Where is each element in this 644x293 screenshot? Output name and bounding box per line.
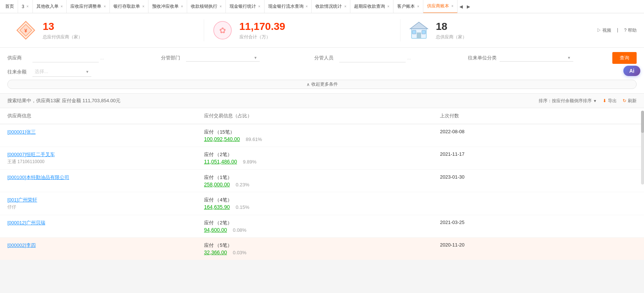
scrollbar[interactable] [641,111,644,185]
tx-amount-4[interactable]: 164,635.90 [204,204,230,210]
tx-amount-1[interactable]: 100,092,540.00 [204,136,240,142]
nav-tab-customer-account[interactable]: 客户账本 × [393,0,423,13]
nav-tab-cash-bank-stat[interactable]: 现金银行统计 × [226,0,265,13]
close-tab-advance-collection[interactable]: × [181,4,183,8]
export-button[interactable]: ⬇ 导出 [603,98,617,104]
help-links: ▷ 视频 | ? 帮助 [597,27,637,34]
table-row: [000100]本特勤油品有限公司 应付 （1笔） 258,000.00 0.2… [0,170,644,192]
lastpay-cell-6: 2020-11-20 [440,242,558,248]
collapse-button[interactable]: ∧ 收起更多条件 [7,80,637,89]
svg-rect-8 [412,30,416,34]
close-tab-supplier-account[interactable]: × [451,4,454,8]
video-link[interactable]: ▷ 视频 [597,27,611,34]
close-tab-payable-adjust[interactable]: × [104,4,106,8]
transaction-cell-1: 应付 （15笔） 100,092,540.00 89.61% [204,129,440,142]
help-divider: | [617,27,618,34]
payable-total-label: 应付合计（万） [239,34,286,40]
refresh-button[interactable]: ↻ 刷新 [623,98,637,104]
tx-row-1: 100,092,540.00 89.61% [204,136,440,142]
search-button[interactable]: 查询 [612,52,637,64]
supplier-link-2[interactable]: [000007]恒旺二手叉车 [7,152,55,157]
tx-row-3: 258,000.00 0.23% [204,182,440,187]
tx-amount-5[interactable]: 94,600.00 [204,227,227,233]
ai-button[interactable]: Ai [623,66,640,76]
close-tab-customer-account[interactable]: × [417,4,419,8]
nav-tab-other-income[interactable]: 其他收入单 × [33,0,67,13]
nav-tab-collection-stat[interactable]: 收款情况统计 × [312,0,350,13]
close-tab-bank-deposit[interactable]: × [142,4,144,8]
nav-left-arrow[interactable]: ◀ [458,0,465,13]
supplier-link-5[interactable]: [000012]广州贝瑞 [7,220,45,225]
tx-amount-2[interactable]: 11,051,486.00 [204,159,237,165]
person-dots[interactable]: ... [406,54,412,62]
lastpay-cell-2: 2021-11-17 [440,151,558,157]
dept-select[interactable]: ▼ [186,54,260,62]
lastpay-date-2: 2021-11-17 [440,151,465,157]
header-supplier-info: 供应商信息 [7,113,204,119]
close-tab-receipt-exec[interactable]: × [220,4,222,8]
supplier-link-3[interactable]: [000100]本特勤油品有限公司 [7,175,69,180]
refresh-label: 刷新 [628,98,637,104]
video-label: 视频 [602,28,611,33]
supplier-link-6[interactable]: [000002]李四 [7,242,36,248]
nav-tab-bank-deposit[interactable]: 银行存取款单 × [110,0,148,13]
close-tab-cash-bank-stat[interactable]: × [258,4,260,8]
supplier-input[interactable] [32,54,99,62]
tx-row-6: 32,366.00 0.03% [204,249,440,255]
scrollbar-thumb[interactable] [641,111,644,133]
category-select[interactable]: ▼ [500,54,573,62]
tx-amount-6[interactable]: 32,366.00 [204,249,227,255]
nav-tab-home[interactable]: 首页 [1,0,18,13]
close-tab-3[interactable]: × [27,4,29,8]
nav-tab-supplier-account[interactable]: 供应商账本 × [423,0,458,13]
tx-count-6: 应付 （5笔） [204,242,440,249]
person-input[interactable] [339,54,406,62]
close-tab-overdue-query[interactable]: × [387,4,389,8]
nav-tab-cash-bank-stat-label: 现金银行统计 [230,3,256,10]
summary-info-total-suppliers: 18 总供应商（家） [436,20,467,41]
help-icon: ? [624,28,627,33]
lastpay-date-6: 2020-11-20 [440,242,465,248]
diamond-icon: ¥ [15,19,37,41]
supplier-dots[interactable]: ... [99,54,105,62]
header-extra [558,113,637,119]
summary-info-payable-suppliers: 13 总应付供应商（家） [43,20,83,41]
supplier-cell-4: [001]广州荣轩 仔仔 [7,197,204,210]
balance-select[interactable]: 选择... ▼ [32,67,91,77]
table-section: 供应商信息 应付交易信息（占比） 上次付数 [000001]张三 应付 （15笔… [0,108,644,260]
top-navigation: 首页 3 × 其他收入单 × 应收应付调整单 × 银行存取款单 × 预收冲应收单… [0,0,644,13]
nav-tab-payable-adjust[interactable]: 应收应付调整单 × [67,0,110,13]
supplier-sub-2: 王通 17106110000 [7,159,204,165]
help-link[interactable]: ? 帮助 [624,27,637,34]
supplier-label: 供应商 [7,55,29,61]
lastpay-date-3: 2023-01-30 [440,174,465,180]
nav-tab-advance-collection[interactable]: 预收冲应收单 × [148,0,187,13]
nav-tab-cash-bank-flow[interactable]: 现金银行流水查询 × [265,0,312,13]
nav-right-arrow[interactable]: ▶ [465,0,472,13]
close-tab-collection-stat[interactable]: × [344,4,346,8]
lastpay-cell-1: 2022-08-08 [440,129,558,134]
refresh-icon: ↻ [623,98,626,103]
close-tab-cash-bank-flow[interactable]: × [306,4,308,8]
sort-label: 排序：按应付余额倒序排序 [539,98,592,104]
results-actions: 排序：按应付余额倒序排序 ▼ ⬇ 导出 ↻ 刷新 [539,98,637,104]
filter-dept: 分管部门 ▼ [161,54,300,62]
sort-arrow-icon: ▼ [593,99,597,103]
supplier-link-4[interactable]: [001]广州荣轩 [7,197,37,203]
supplier-cell-2: [000007]恒旺二手叉车 王通 17106110000 [7,151,204,165]
nav-tab-3[interactable]: 3 × [18,0,33,13]
sort-button[interactable]: 排序：按应付余额倒序排序 ▼ [539,98,597,104]
close-tab-other-income[interactable]: × [61,4,63,8]
tx-amount-3[interactable]: 258,000.00 [204,182,230,187]
nav-tab-receipt-exec[interactable]: 收款核销执行 × [187,0,226,13]
balance-select-text: 选择... [35,68,85,75]
supplier-link-1[interactable]: [000001]张三 [7,129,36,135]
star-icon: ✿ [211,19,234,41]
payable-total-number: 11,170.39 [239,20,286,33]
svg-text:¥: ¥ [24,28,27,34]
transaction-cell-5: 应付 （2笔） 94,600.00 0.08% [204,220,440,233]
table-row: [000001]张三 应付 （15笔） 100,092,540.00 89.61… [0,124,644,147]
nav-tab-overdue-query[interactable]: 超期应收款查询 × [350,0,393,13]
transaction-cell-4: 应付 （4笔） 164,635.90 0.15% [204,197,440,210]
nav-tab-3-label: 3 [22,4,24,9]
